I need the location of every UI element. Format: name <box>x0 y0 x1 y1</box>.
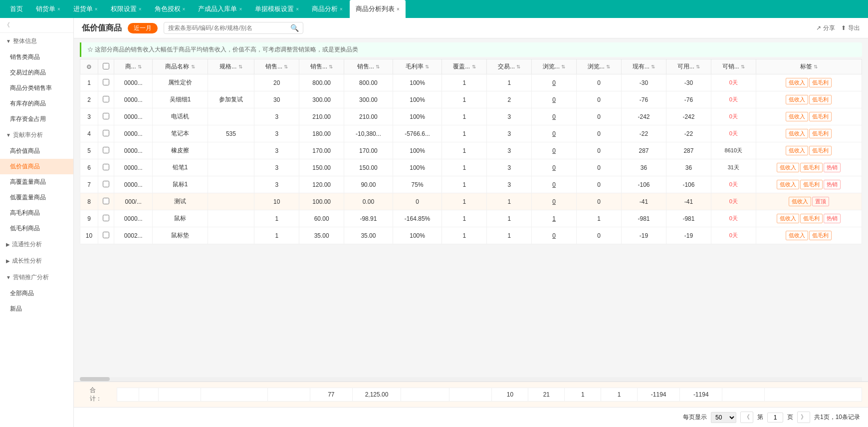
sort-icon[interactable]: ⇅ <box>651 64 655 69</box>
sidebar-group-marketing[interactable]: ▼ 营销推广分析 <box>0 269 73 286</box>
sort-icon[interactable]: ⇅ <box>814 64 818 69</box>
search-input[interactable] <box>168 24 288 31</box>
last-page-btn[interactable]: 》 <box>797 412 810 423</box>
sort-icon[interactable]: ⇅ <box>606 64 610 69</box>
sidebar-item-category-sales-rate[interactable]: 商品分类销售率 <box>0 80 73 96</box>
col-name[interactable]: 商品名称 ⇅ <box>153 59 208 74</box>
cell-checkbox[interactable] <box>98 142 114 159</box>
col-tag[interactable]: 标签 ⇅ <box>756 59 862 74</box>
export-btn[interactable]: ⬆ 导出 <box>841 24 860 32</box>
nav-product-stock[interactable]: 产成品入库单 × <box>192 0 248 18</box>
cell-browse1[interactable]: 0 <box>532 108 577 125</box>
close-icon[interactable]: × <box>139 6 142 12</box>
row-checkbox[interactable] <box>103 130 109 136</box>
col-coverage[interactable]: 覆盖... ⇅ <box>442 59 487 74</box>
sort-icon[interactable]: ⇅ <box>238 64 242 69</box>
nav-permission[interactable]: 权限设置 × <box>105 0 148 18</box>
nav-home[interactable]: 首页 <box>4 0 29 18</box>
sidebar-item-high-coverage[interactable]: 高覆盖量商品 <box>0 174 73 190</box>
browse1-link[interactable]: 0 <box>552 198 556 205</box>
browse1-link[interactable]: 0 <box>552 164 556 171</box>
cell-browse1[interactable]: 0 <box>532 91 577 108</box>
scrollbar-thumb[interactable] <box>80 377 110 381</box>
row-checkbox[interactable] <box>103 232 109 238</box>
sidebar-item-low-coverage[interactable]: 低覆盖量商品 <box>0 190 73 205</box>
table-container[interactable]: ⚙ 商... ⇅ 商品名称 ⇅ 规格... ⇅ 销售... ⇅ 销售... ⇅ … <box>74 59 868 377</box>
sort-icon[interactable]: ⇅ <box>472 64 476 69</box>
sidebar-item-stocked-goods[interactable]: 有库存的商品 <box>0 96 73 111</box>
col-saleable[interactable]: 可销... ⇅ <box>711 59 756 74</box>
browse1-link[interactable]: 0 <box>552 232 556 239</box>
cell-browse1[interactable]: 0 <box>532 193 577 210</box>
cell-checkbox[interactable] <box>98 193 114 210</box>
col-sale-amt2[interactable]: 销售... ⇅ <box>344 59 393 74</box>
sort-icon[interactable]: ⇅ <box>516 64 520 69</box>
browse1-link[interactable]: 0 <box>552 147 556 154</box>
sort-icon[interactable]: ⇅ <box>741 64 745 69</box>
cell-checkbox[interactable] <box>98 91 114 108</box>
close-icon[interactable]: × <box>296 6 299 12</box>
col-gear[interactable]: ⚙ <box>80 59 98 74</box>
close-icon[interactable]: × <box>340 6 343 12</box>
nav-role-auth[interactable]: 角色授权 × <box>149 0 192 18</box>
row-checkbox[interactable] <box>103 198 109 204</box>
close-icon[interactable]: × <box>183 6 186 12</box>
cell-checkbox[interactable] <box>98 159 114 176</box>
browse1-link[interactable]: 0 <box>552 181 556 188</box>
row-checkbox[interactable] <box>103 181 109 187</box>
browse1-link[interactable]: 0 <box>552 113 556 120</box>
nav-goods-analysis[interactable]: 商品分析 × <box>306 0 349 18</box>
cell-checkbox[interactable] <box>98 176 114 193</box>
select-all-checkbox[interactable] <box>103 63 109 69</box>
sidebar-group-overall[interactable]: ▼ 整体信息 <box>0 33 73 49</box>
row-checkbox[interactable] <box>103 215 109 221</box>
sidebar-item-new-goods[interactable]: 新品 <box>0 301 73 317</box>
sidebar-item-low-value[interactable]: 低价值商品 <box>0 159 73 174</box>
cell-browse1[interactable]: 0 <box>532 74 577 91</box>
sidebar-item-sales-goods[interactable]: 销售类商品 <box>0 49 73 65</box>
row-checkbox[interactable] <box>103 79 109 85</box>
cell-checkbox[interactable] <box>98 74 114 91</box>
col-sale-qty[interactable]: 销售... ⇅ <box>254 59 299 74</box>
cell-checkbox[interactable] <box>98 210 114 227</box>
sort-icon[interactable]: ⇅ <box>329 64 333 69</box>
sidebar-item-high-margin[interactable]: 高毛利商品 <box>0 205 73 221</box>
cell-checkbox[interactable] <box>98 108 114 125</box>
cell-browse1[interactable]: 0 <box>532 227 577 244</box>
browse1-link[interactable]: 0 <box>552 96 556 103</box>
col-gross-rate[interactable]: 毛利率 ⇅ <box>393 59 442 74</box>
browse1-link[interactable]: 0 <box>552 79 556 86</box>
row-checkbox[interactable] <box>103 113 109 119</box>
nav-template-setting[interactable]: 单据模板设置 × <box>249 0 305 18</box>
first-page-btn[interactable]: 《 <box>740 412 753 423</box>
nav-goods-analysis-list[interactable]: 商品分析列表 × <box>350 0 406 18</box>
sidebar-item-traded-goods[interactable]: 交易过的商品 <box>0 65 73 80</box>
row-checkbox[interactable] <box>103 164 109 170</box>
cell-browse1[interactable]: 1 <box>532 210 577 227</box>
col-spec[interactable]: 规格... ⇅ <box>208 59 254 74</box>
nav-sale-order[interactable]: 销货单 × <box>30 0 66 18</box>
sort-icon[interactable]: ⇅ <box>376 64 380 69</box>
sort-icon[interactable]: ⇅ <box>191 64 195 69</box>
page-number-input[interactable] <box>767 413 783 423</box>
per-page-select[interactable]: 50 100 200 <box>711 412 736 423</box>
col-available[interactable]: 可用... ⇅ <box>666 59 711 74</box>
horizontal-scrollbar[interactable] <box>80 377 862 381</box>
sidebar-item-stock-capital[interactable]: 库存资金占用 <box>0 111 73 127</box>
sidebar-group-liquidity[interactable]: ▶ 流通性分析 <box>0 236 73 253</box>
nav-purchase-order[interactable]: 进货单 × <box>67 0 104 18</box>
close-icon[interactable]: × <box>239 6 242 12</box>
browse1-link[interactable]: 0 <box>552 130 556 137</box>
gear-icon[interactable]: ⚙ <box>86 63 92 70</box>
col-browse1[interactable]: 浏览... ⇅ <box>532 59 577 74</box>
col-checkbox-all[interactable] <box>98 59 114 74</box>
collapse-sidebar-btn[interactable]: 《 <box>4 21 10 29</box>
sidebar-group-contribution[interactable]: ▼ 贡献率分析 <box>0 127 73 143</box>
filter-recent-month-btn[interactable]: 近一月 <box>128 23 158 33</box>
sort-icon[interactable]: ⇅ <box>425 64 429 69</box>
sort-icon[interactable]: ⇅ <box>561 64 565 69</box>
col-trade[interactable]: 交易... ⇅ <box>487 59 532 74</box>
sort-icon[interactable]: ⇅ <box>696 64 700 69</box>
col-code[interactable]: 商... ⇅ <box>114 59 153 74</box>
col-current[interactable]: 现有... ⇅ <box>622 59 666 74</box>
